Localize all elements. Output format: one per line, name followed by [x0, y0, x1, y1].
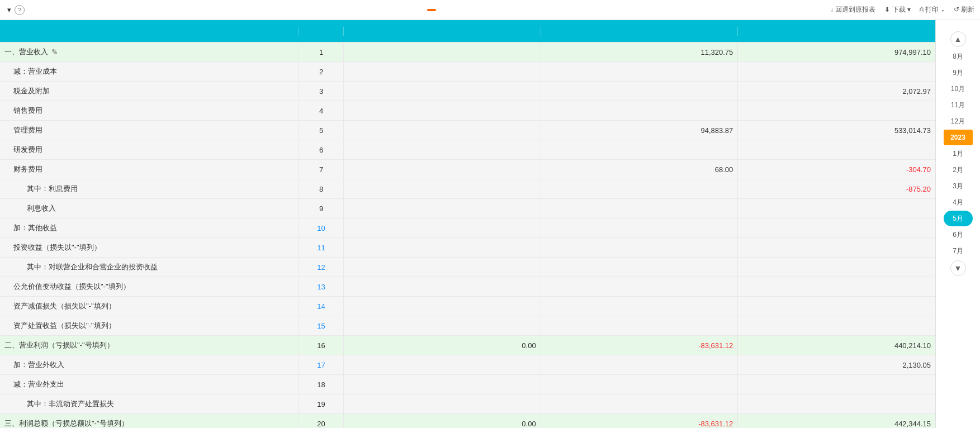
- current-month-cell: [344, 316, 541, 335]
- current-month-cell: [344, 375, 541, 394]
- prev-period-cell: 974,997.10: [738, 42, 935, 61]
- table-header: [0, 20, 935, 42]
- row-number-cell: 4: [299, 101, 344, 120]
- row-name-cell: 其中：对联营企业和合营企业的投资收益: [0, 258, 299, 277]
- table-body: 一、营业收入 ✎111,320.75974,997.10减：营业成本2税金及附加…: [0, 42, 935, 428]
- table-row: 管理费用594,883.87533,014.73: [0, 121, 935, 140]
- col-header-row: [299, 27, 344, 36]
- current-month-cell: [344, 121, 541, 140]
- ytd-cell: [541, 258, 738, 277]
- col-header-prev: [738, 27, 935, 36]
- month-item[interactable]: 5月: [944, 211, 973, 226]
- ytd-cell: [541, 199, 738, 218]
- row-number-cell: 19: [299, 394, 344, 413]
- table-row: 资产处置收益（损失以"-"填列）15: [0, 316, 935, 336]
- download-button[interactable]: ⬇ 下载 ▾: [884, 5, 911, 15]
- help-icon[interactable]: ?: [15, 5, 25, 15]
- ytd-cell: [541, 101, 738, 120]
- month-item[interactable]: 7月: [944, 243, 973, 259]
- prev-period-cell: [738, 277, 935, 296]
- current-month-cell: [344, 258, 541, 277]
- ytd-cell: [541, 82, 738, 101]
- row-number-cell: 8: [299, 179, 344, 198]
- table-row: 其中：非流动资产处置损失19: [0, 394, 935, 414]
- current-month-cell: [344, 355, 541, 374]
- table-row: 研发费用6: [0, 140, 935, 160]
- table-row: 加：营业外收入172,130.05: [0, 355, 935, 375]
- row-name-cell: 财务费用: [0, 160, 299, 179]
- month-item[interactable]: 8月: [944, 49, 973, 64]
- table-row: 二、营业利润（亏损以"-"号填列）160.00-83,631.12440,214…: [0, 336, 935, 355]
- status-badge[interactable]: [427, 9, 436, 11]
- month-item[interactable]: 11月: [944, 97, 973, 113]
- current-month-cell: [344, 140, 541, 159]
- month-item[interactable]: 9月: [944, 65, 973, 80]
- month-item[interactable]: 6月: [944, 227, 973, 242]
- row-name-cell: 资产减值损失（损失以"-"填列）: [0, 297, 299, 316]
- current-month-cell: [344, 62, 541, 81]
- row-number-cell: 6: [299, 140, 344, 159]
- ytd-cell: [541, 140, 738, 159]
- current-month-cell: [344, 218, 541, 237]
- current-month-cell: [344, 179, 541, 198]
- row-number-cell: 20: [299, 414, 344, 428]
- row-number-cell[interactable]: 11: [299, 238, 344, 257]
- refresh-button[interactable]: ↺ 刷新: [954, 5, 974, 15]
- row-name-cell: 管理费用: [0, 121, 299, 140]
- prev-period-cell: -304.70: [738, 160, 935, 179]
- month-item[interactable]: 10月: [944, 81, 973, 97]
- prev-period-cell: 533,014.73: [738, 121, 935, 140]
- row-name-cell: 税金及附加: [0, 82, 299, 101]
- table-row: 投资收益（损失以"-"填列）11: [0, 238, 935, 258]
- current-month-cell: [344, 394, 541, 413]
- table-row: 税金及附加32,072.97: [0, 82, 935, 101]
- row-name-cell: 投资收益（损失以"-"填列）: [0, 238, 299, 257]
- ytd-cell: [541, 62, 738, 81]
- month-item[interactable]: 3月: [944, 178, 973, 194]
- row-number-cell[interactable]: 15: [299, 316, 344, 335]
- row-number-cell[interactable]: 14: [299, 297, 344, 316]
- top-bar-center: [418, 9, 436, 11]
- row-number-cell[interactable]: 17: [299, 355, 344, 374]
- prev-period-cell: 442,344.15: [738, 414, 935, 428]
- all-dropdown[interactable]: ▾: [6, 6, 11, 14]
- ytd-cell: [541, 277, 738, 296]
- month-item[interactable]: 2023: [944, 130, 973, 145]
- ytd-cell: -83,631.12: [541, 336, 738, 355]
- top-bar-left: ▾ ?: [6, 5, 25, 15]
- print-button[interactable]: ⎙ 打印 ▾: [920, 5, 945, 15]
- sidebar-title: [957, 22, 959, 27]
- prev-period-cell: 440,214.10: [738, 336, 935, 355]
- month-item[interactable]: 12月: [944, 113, 973, 129]
- content-area: 一、营业收入 ✎111,320.75974,997.10减：营业成本2税金及附加…: [0, 20, 935, 428]
- month-item[interactable]: 1月: [944, 146, 973, 161]
- row-name-cell: 三、利润总额（亏损总额以"-"号填列）: [0, 414, 299, 428]
- ytd-cell: [541, 238, 738, 257]
- table-row: 利息收入9: [0, 199, 935, 218]
- prev-period-cell: [738, 140, 935, 159]
- top-bar: ▾ ? ↓ 回退到原报表 ⬇ 下载 ▾ ⎙ 打印 ▾ ↺ 刷新: [0, 0, 980, 20]
- prev-period-cell: [738, 62, 935, 81]
- row-name-cell: 销售费用: [0, 101, 299, 120]
- row-name-cell: 一、营业收入 ✎: [0, 42, 299, 61]
- next-nav-button[interactable]: ▼: [950, 260, 966, 276]
- row-number-cell[interactable]: 10: [299, 218, 344, 237]
- month-item[interactable]: 2月: [944, 162, 973, 178]
- row-number-cell[interactable]: 12: [299, 258, 344, 277]
- prev-period-cell: [738, 297, 935, 316]
- ytd-cell: [541, 375, 738, 394]
- back-button[interactable]: ↓ 回退到原报表: [830, 5, 875, 15]
- edit-icon[interactable]: ✎: [51, 47, 58, 56]
- row-number-cell[interactable]: 13: [299, 277, 344, 296]
- row-name-cell: 二、营业利润（亏损以"-"号填列）: [0, 336, 299, 355]
- row-number-cell: 2: [299, 62, 344, 81]
- prev-period-cell: [738, 238, 935, 257]
- row-number-cell: 1: [299, 42, 344, 61]
- current-month-cell: [344, 160, 541, 179]
- prev-period-cell: [738, 258, 935, 277]
- col-header-name: [0, 27, 299, 36]
- prev-period-cell: [738, 218, 935, 237]
- month-item[interactable]: 4月: [944, 194, 973, 210]
- prev-nav-button[interactable]: ▲: [950, 31, 966, 47]
- table-row: 销售费用4: [0, 101, 935, 121]
